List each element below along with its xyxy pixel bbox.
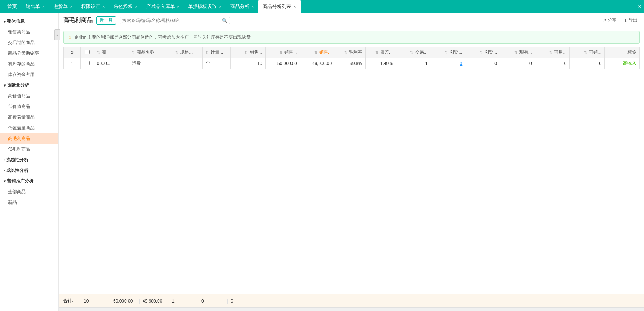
tab-sales-close[interactable]: × [42,4,44,9]
col-name-label: 商品名称 [137,50,154,55]
sidebar-item-sales-goods[interactable]: 销售类商品 [0,27,58,37]
tab-sales[interactable]: 销售单 × [21,0,49,13]
col-header-sales-profit[interactable]: ⇅ 销售... [300,47,335,58]
tab-product-inbound[interactable]: 产成品入库单 × [142,0,184,13]
col-header-sales-qty[interactable]: ⇅ 销售... [231,47,266,58]
tab-permissions[interactable]: 权限设置 × [77,0,109,13]
tab-product-analysis[interactable]: 商品分析 × [226,0,258,13]
tab-template-settings[interactable]: 单据模板设置 × [184,0,226,13]
cell-transactions: 1 [396,58,431,69]
sidebar-group-trend-label: 流趋性分析 [6,157,28,163]
col-header-code[interactable]: ⇅ 商... [94,47,129,58]
col-header-gross-rate[interactable]: ⇅ 毛利率 [335,47,366,58]
sidebar-item-all-goods[interactable]: 全部商品 [0,187,58,197]
sidebar-group-growth[interactable]: › 成长性分析 [0,165,58,176]
tab-product-analysis-close[interactable]: × [252,4,254,9]
tab-product-inbound-close[interactable]: × [177,4,179,9]
tab-purchase-close[interactable]: × [70,4,72,9]
tab-template-settings-close[interactable]: × [219,4,221,9]
sort-icon-browse2: ⇅ [480,50,483,54]
row-checkbox[interactable] [85,61,90,65]
sidebar-item-stock-capital[interactable]: 库存资金占用 [0,69,58,80]
tab-product-analysis-list[interactable]: 商品分析列表 × [258,0,300,13]
horizontal-scrollbar[interactable] [59,307,644,311]
col-transactions-label: 交易... [415,50,428,55]
select-all-checkbox[interactable] [85,50,90,54]
sidebar-item-low-coverage[interactable]: 低覆盖量商品 [0,123,58,133]
search-input[interactable] [122,18,222,23]
sort-icon-spec: ⇅ [175,50,178,54]
sidebar-item-in-stock[interactable]: 有库存的商品 [0,59,58,69]
footer-sales-qty: 10 [81,299,110,304]
col-header-transactions[interactable]: ⇅ 交易... [396,47,431,58]
sidebar-group-growth-label: 成长性分析 [6,167,28,174]
cell-unit: 个 [202,58,230,69]
col-code-label: 商... [102,50,110,55]
tab-template-settings-label: 单据模板设置 [188,3,217,10]
col-gross-rate-label: 毛利率 [349,50,362,55]
tag-badge: 高收入 [623,61,636,66]
col-header-spec[interactable]: ⇅ 规格... [172,47,202,58]
tab-purchase[interactable]: 进货单 × [49,0,76,13]
filter-recent-month-button[interactable]: 近一月 [96,16,116,25]
tab-home[interactable]: 首页 [3,0,21,13]
col-tag-label: 标签 [627,50,636,55]
sort-icon-sellable: ⇅ [584,50,587,54]
sidebar-item-high-value[interactable]: 高价值商品 [0,91,58,101]
col-header-coverage[interactable]: ⇅ 覆盖... [366,47,396,58]
tab-product-analysis-list-close[interactable]: × [294,4,296,9]
cell-check[interactable] [81,58,94,69]
share-button[interactable]: ↗ 分享 [601,16,619,25]
sidebar-collapse-button[interactable]: « [54,29,60,40]
col-current-stock-label: 现有... [519,50,532,55]
cell-sales-qty: 10 [231,58,266,69]
sidebar-item-high-margin[interactable]: 高毛利商品 [0,133,58,144]
cell-sales-amount: 50,000.00 [265,58,300,69]
sidebar-item-low-value[interactable]: 低价值商品 [0,101,58,112]
export-button[interactable]: ⬇ 导出 [622,16,640,25]
cell-available: 0 [535,58,570,69]
col-browse2-label: 浏览... [485,50,497,55]
footer-current-stock: 0 [198,299,228,304]
sidebar-item-category-rate[interactable]: 商品分类助销率 [0,48,58,59]
cell-spec [172,58,202,69]
cell-name: 运费 [129,58,172,69]
cell-browse1[interactable]: 0 [431,58,465,69]
sort-icon-code: ⇅ [97,50,100,54]
tab-home-label: 首页 [7,3,17,10]
settings-icon[interactable]: ⚙ [70,50,74,55]
col-header-available[interactable]: ⇅ 可用... [535,47,570,58]
sort-icon-coverage: ⇅ [375,50,378,54]
tab-product-analysis-label: 商品分析 [230,3,249,10]
col-header-sellable[interactable]: ⇅ 可销... [570,47,605,58]
sidebar-item-low-margin[interactable]: 低毛利商品 [0,144,58,155]
sidebar-item-traded-goods[interactable]: 交易过的商品 [0,37,58,48]
col-sales-qty-label: 销售... [250,50,262,55]
tab-roles[interactable]: 角色授权 × [109,0,141,13]
footer-cells: 10 50,000.00 49,900.00 1 0 0 [81,299,640,304]
sort-icon-current-stock: ⇅ [514,50,517,54]
cell-gross-rate: 99.8% [335,58,366,69]
col-header-sales-amount[interactable]: ⇅ 销售... [265,47,300,58]
sidebar-item-new-goods[interactable]: 新品 [0,197,58,208]
col-spec-label: 规格... [180,50,193,55]
col-header-browse2[interactable]: ⇅ 浏览... [465,47,500,58]
col-header-name[interactable]: ⇅ 商品名称 [129,47,172,58]
tab-sales-label: 销售单 [26,3,40,10]
tab-permissions-close[interactable]: × [102,4,105,9]
search-icon[interactable]: 🔍 [222,18,227,23]
sidebar-group-trend[interactable]: › 流趋性分析 [0,155,58,165]
sidebar-group-marketing[interactable]: ▾ 营销推广分析 [0,176,58,187]
col-header-num: ⚙ [64,47,81,58]
close-all-tabs[interactable]: × [638,3,641,10]
sidebar: ▾ 整体信息 销售类商品 交易过的商品 商品分类助销率 有库存的商品 库存资金占… [0,13,59,311]
sidebar-group-contribution[interactable]: ▾ 贡献量分析 [0,80,58,91]
sidebar-item-high-coverage[interactable]: 高覆盖量商品 [0,112,58,123]
sidebar-group-overall[interactable]: ▾ 整体信息 [0,16,58,27]
tab-product-inbound-label: 产成品入库单 [146,3,175,10]
col-header-current-stock[interactable]: ⇅ 现有... [500,47,535,58]
tab-roles-close[interactable]: × [135,4,137,9]
col-header-browse1[interactable]: ⇅ 浏览... [431,47,465,58]
search-box: 🔍 [120,17,230,24]
col-header-unit[interactable]: ⇅ 计量... [202,47,230,58]
